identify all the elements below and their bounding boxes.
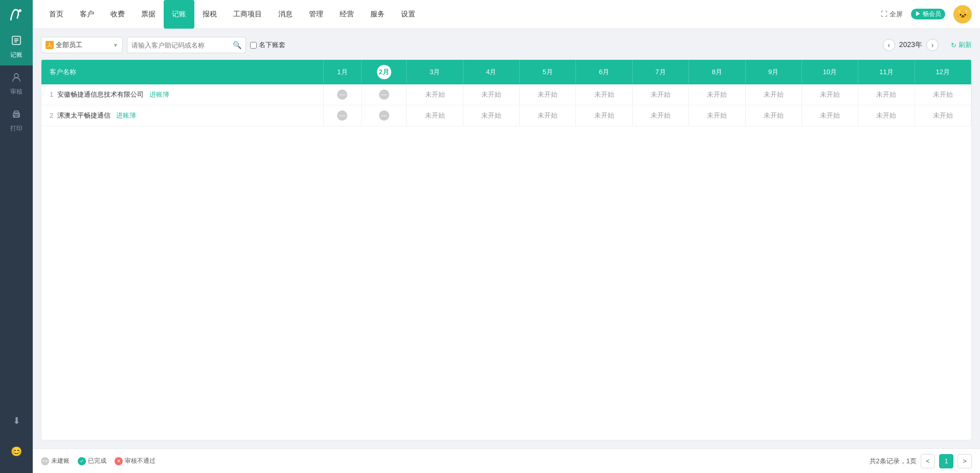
status-not-started: 未开始	[481, 111, 501, 119]
toolbar: 人 全部员工 ▼ 🔍 名下账套 ‹	[41, 37, 972, 53]
sidebar-item-print[interactable]: 打印	[0, 102, 33, 139]
vip-badge[interactable]: ▶ 畅会员	[911, 9, 945, 19]
nav-customers[interactable]: 客户	[72, 0, 102, 29]
table-footer: — 未建账 ✓ 已完成 ✕ 审核不通过 共2条记录，1页 < 1 >	[33, 448, 980, 473]
status-not-started: 未开始	[538, 91, 558, 98]
year-navigation: ‹ 2023年 ›	[883, 39, 939, 51]
status-not-started: 未开始	[425, 91, 445, 98]
bookkeeping-table: 客户名称 1月 2月 3月 4月 5月 6月 7月 8月 9月 10月	[41, 60, 971, 126]
refresh-icon: ↻	[951, 41, 956, 49]
status-dash-icon: —	[379, 110, 389, 121]
row-2-month-7: 未开始	[632, 105, 688, 126]
bookkeeping-icon	[11, 35, 22, 49]
col-header-sep: 9月	[745, 60, 801, 84]
legend-label-rejected: 审核不通过	[125, 457, 155, 465]
status-not-started: 未开始	[425, 111, 445, 119]
year-next-button[interactable]: ›	[926, 39, 939, 51]
col-header-jan: 1月	[324, 60, 361, 84]
sidebar: 记账 审核 打印 ⬇ 😊	[0, 0, 33, 473]
nav-settings[interactable]: 设置	[393, 0, 424, 29]
row-2-name-cell: 2 漯澳太平畅捷通信 进账簿	[41, 105, 324, 126]
audit-icon	[11, 72, 22, 85]
underme-checkbox[interactable]	[250, 42, 257, 49]
sidebar-bottom-help[interactable]: 😊	[0, 438, 33, 465]
status-not-started: 未开始	[651, 91, 671, 98]
status-dash-icon: —	[337, 89, 347, 100]
status-not-started: 未开始	[594, 91, 614, 98]
help-icon: 😊	[11, 446, 22, 457]
nav-messages[interactable]: 消息	[270, 0, 301, 29]
status-not-started: 未开始	[876, 111, 896, 119]
page-prev-button[interactable]: <	[921, 454, 935, 468]
nav-bizitems[interactable]: 工商项目	[225, 0, 270, 29]
refresh-label: 刷新	[959, 40, 972, 50]
row-2-month-5: 未开始	[520, 105, 576, 126]
status-not-started: 未开始	[933, 91, 953, 98]
col-header-jun: 6月	[576, 60, 632, 84]
col-header-oct: 10月	[801, 60, 858, 84]
legend-label-done: 已完成	[88, 457, 106, 465]
topnav-right: ⛶ 全屏 ▶ 畅会员 🐱	[881, 5, 972, 24]
status-not-started: 未开始	[651, 111, 671, 119]
row-1-month-4: 未开始	[463, 84, 519, 105]
underme-checkbox-label[interactable]: 名下账套	[250, 40, 285, 50]
nav-services[interactable]: 服务	[362, 0, 393, 29]
user-avatar[interactable]: 🐱	[953, 5, 972, 24]
page-1-button[interactable]: 1	[939, 454, 953, 468]
row-2-month-2: —	[361, 105, 407, 126]
nav-bookkeeping[interactable]: 记账	[164, 0, 194, 29]
year-display: 2023年	[899, 40, 922, 50]
sidebar-item-bookkeeping-label: 记账	[10, 51, 23, 59]
col-header-customer-name: 客户名称	[41, 60, 324, 84]
sidebar-item-audit[interactable]: 审核	[0, 65, 33, 102]
row-number: 2	[50, 111, 53, 119]
fullscreen-icon: ⛶	[881, 10, 887, 18]
refresh-button[interactable]: ↻ 刷新	[951, 40, 972, 50]
sidebar-logo[interactable]	[0, 0, 33, 29]
svg-point-9	[18, 114, 19, 115]
status-not-started: 未开始	[538, 111, 558, 119]
row-1-month-12: 未开始	[915, 84, 971, 105]
legend-dot-rejected: ✕	[115, 457, 123, 465]
sidebar-item-bookkeeping[interactable]: 记账	[0, 29, 33, 65]
col-header-jul: 7月	[632, 60, 688, 84]
nav-operation[interactable]: 经营	[331, 0, 362, 29]
legend-label-not-built: 未建账	[51, 457, 70, 465]
col-header-feb: 2月	[361, 60, 407, 84]
row-number: 1	[50, 91, 53, 98]
svg-point-5	[14, 74, 18, 78]
svg-rect-8	[14, 115, 18, 117]
search-wrap: 🔍	[127, 37, 246, 53]
fullscreen-button[interactable]: ⛶ 全屏	[881, 10, 903, 19]
row-2-month-1: —	[324, 105, 361, 126]
row-2-month-9: 未开始	[745, 105, 801, 126]
status-not-started: 未开始	[876, 91, 896, 98]
search-input[interactable]	[127, 37, 229, 53]
nav-invoices[interactable]: 票据	[133, 0, 164, 29]
year-prev-button[interactable]: ‹	[883, 39, 895, 51]
search-button[interactable]: 🔍	[229, 37, 246, 53]
nav-tax[interactable]: 报税	[194, 0, 225, 29]
enter-ledger-link[interactable]: 进账簿	[149, 91, 169, 98]
sidebar-item-audit-label: 审核	[10, 87, 23, 96]
status-not-started: 未开始	[594, 111, 614, 119]
sidebar-bottom-download[interactable]: ⬇	[0, 408, 33, 434]
col-header-may: 5月	[520, 60, 576, 84]
content-area: 人 全部员工 ▼ 🔍 名下账套 ‹	[33, 29, 980, 448]
row-1-month-11: 未开始	[858, 84, 915, 105]
underme-label: 名下账套	[259, 40, 285, 50]
enter-ledger-link[interactable]: 进账簿	[116, 111, 136, 119]
top-navigation: 首页 客户 收费 票据 记账 报税 工商项目 消息 管理 经营 服务 设置 ⛶ …	[33, 0, 980, 29]
nav-billing[interactable]: 收费	[102, 0, 133, 29]
nav-home[interactable]: 首页	[41, 0, 72, 29]
table-header-row: 客户名称 1月 2月 3月 4月 5月 6月 7月 8月 9月 10月	[41, 60, 971, 84]
status-not-started: 未开始	[820, 111, 840, 119]
legend: — 未建账 ✓ 已完成 ✕ 审核不通过	[41, 457, 155, 465]
nav-management[interactable]: 管理	[301, 0, 331, 29]
page-next-button[interactable]: >	[957, 454, 972, 468]
fullscreen-label: 全屏	[889, 10, 903, 19]
main-area: 首页 客户 收费 票据 记账 报税 工商项目 消息 管理 经营 服务 设置 ⛶ …	[33, 0, 980, 473]
row-2-month-11: 未开始	[858, 105, 915, 126]
print-icon	[11, 108, 22, 122]
company-name: 漯澳太平畅捷通信	[57, 111, 110, 119]
